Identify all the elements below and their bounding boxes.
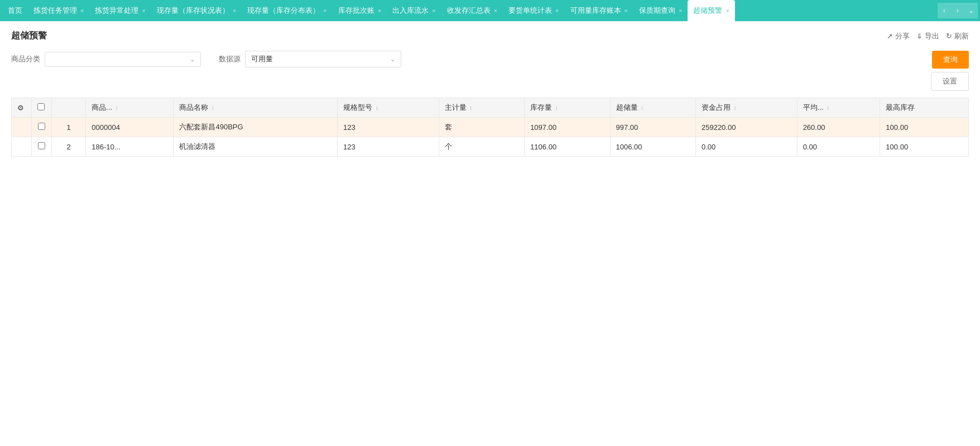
row-code: 186-10...	[86, 137, 174, 157]
row-max-stock: 100.00	[880, 118, 969, 137]
nav-home[interactable]: 首页	[2, 0, 28, 21]
nav-scroll-left[interactable]: ‹	[938, 3, 951, 18]
page-title: 超储预警	[11, 30, 47, 42]
row-avg: 0.00	[797, 137, 880, 157]
data-table: ⚙ 商品... ↕ 商品名称 ↕ 规格型号 ↕	[11, 98, 969, 157]
filter-fields: 商品分类 ⌄ 数据源 可用量 ⌄	[11, 51, 931, 67]
close-icon[interactable]: ×	[323, 7, 326, 14]
row-capital: 0.00	[695, 137, 797, 157]
gear-icon: ⚙	[17, 104, 24, 112]
close-icon[interactable]: ×	[378, 7, 381, 14]
nav-quality-query[interactable]: 保质期查询 ×	[633, 0, 688, 21]
nav-stock-dist[interactable]: 现存量（库存分布表） ×	[242, 0, 332, 21]
datasource-select-value: 可用量	[251, 54, 273, 64]
row-checkbox[interactable]	[38, 123, 45, 130]
filter-area: 商品分类 ⌄ 数据源 可用量 ⌄ 查询 设置	[11, 51, 969, 91]
category-select[interactable]: ⌄	[45, 52, 201, 67]
row-checkbox[interactable]	[38, 142, 45, 149]
nav-available-ledger[interactable]: 可用量库存账本 ×	[565, 0, 633, 21]
row-unit: 套	[439, 118, 524, 137]
close-icon[interactable]: ×	[80, 7, 84, 14]
nav-summary[interactable]: 收发存汇总表 ×	[441, 0, 503, 21]
nav-scroll-right[interactable]: ›	[951, 3, 964, 18]
close-icon[interactable]: ×	[679, 7, 682, 14]
th-max-stock[interactable]: 最高库存	[880, 98, 969, 118]
nav-batch-account[interactable]: 库存批次账 ×	[333, 0, 387, 21]
row-checkbox-cell[interactable]	[32, 118, 52, 137]
close-icon[interactable]: ×	[432, 7, 435, 14]
th-settings[interactable]: ⚙	[12, 98, 32, 118]
th-name[interactable]: 商品名称 ↕	[174, 98, 338, 118]
row-checkbox-cell[interactable]	[32, 137, 52, 157]
row-overstock: 997.00	[610, 118, 695, 137]
filter-buttons: 查询 设置	[931, 51, 969, 91]
row-overstock: 1006.00	[610, 137, 695, 157]
row-gear-cell	[12, 137, 32, 157]
row-unit: 个	[439, 137, 524, 157]
nav-overstock-warning[interactable]: 超储预警 ×	[688, 0, 734, 21]
th-code[interactable]: 商品... ↕	[86, 98, 174, 118]
export-icon: ⇓	[916, 32, 923, 40]
query-button[interactable]: 查询	[932, 51, 969, 69]
th-row-num	[52, 98, 86, 118]
datasource-filter: 数据源 可用量 ⌄	[219, 51, 401, 67]
close-icon[interactable]: ×	[555, 7, 559, 14]
th-unit[interactable]: 主计量 ↕	[439, 98, 524, 118]
nav-pick-exception[interactable]: 拣货异常处理 ×	[89, 0, 151, 21]
close-icon[interactable]: ×	[494, 7, 497, 14]
close-icon[interactable]: ×	[142, 7, 145, 14]
nav-scroll-arrows: ‹ › ⌄	[938, 3, 978, 18]
close-icon[interactable]: ×	[726, 7, 729, 14]
nav-requisition[interactable]: 要货单统计表 ×	[503, 0, 564, 21]
th-avg[interactable]: 平均... ↕	[797, 98, 880, 118]
nav-more[interactable]: ⌄	[964, 3, 978, 18]
row-index: 2	[52, 137, 86, 157]
category-label: 商品分类	[11, 54, 40, 64]
export-button[interactable]: ⇓ 导出	[916, 31, 939, 41]
share-button[interactable]: ➚ 分享	[887, 31, 910, 41]
sort-icon: ↕	[376, 105, 378, 111]
settings-button[interactable]: 设置	[931, 72, 969, 91]
refresh-icon: ↻	[946, 32, 952, 40]
row-avg: 260.00	[797, 118, 880, 137]
datasource-label: 数据源	[219, 54, 241, 64]
th-spec[interactable]: 规格型号 ↕	[338, 98, 439, 118]
sort-icon: ↕	[555, 105, 558, 111]
chevron-down-icon: ⌄	[390, 56, 395, 63]
th-stock[interactable]: 库存量 ↕	[525, 98, 610, 118]
row-code: 0000004	[86, 118, 174, 137]
table-row: 2 186-10... 机油滤清器 123 个 1106.00 1006.00 …	[12, 137, 969, 157]
row-spec: 123	[338, 137, 439, 157]
th-checkbox[interactable]	[32, 98, 52, 118]
page-header: 超储预警 ➚ 分享 ⇓ 导出 ↻ 刷新	[11, 30, 969, 42]
nav-pick-task[interactable]: 拣货任务管理 ×	[28, 0, 89, 21]
share-icon: ➚	[887, 32, 893, 40]
sort-icon: ↕	[116, 105, 118, 111]
row-spec: 123	[338, 118, 439, 137]
row-name: 六配套新昌490BPG	[174, 118, 338, 137]
th-capital[interactable]: 资金占用 ↕	[695, 98, 797, 118]
row-stock: 1106.00	[525, 137, 610, 157]
row-capital: 259220.00	[695, 118, 797, 137]
close-icon[interactable]: ×	[624, 7, 628, 14]
th-overstock[interactable]: 超储量 ↕	[610, 98, 695, 118]
category-filter: 商品分类 ⌄	[11, 52, 201, 67]
nav-flow[interactable]: 出入库流水 ×	[387, 0, 441, 21]
sort-icon: ↕	[641, 105, 643, 111]
sort-icon: ↕	[212, 105, 214, 111]
select-all-checkbox[interactable]	[37, 103, 45, 110]
row-gear-cell	[12, 118, 32, 137]
sort-icon: ↕	[827, 105, 829, 111]
close-icon[interactable]: ×	[233, 7, 236, 14]
sort-icon: ↕	[469, 105, 472, 111]
row-name: 机油滤清器	[174, 137, 338, 157]
page-content: 超储预警 ➚ 分享 ⇓ 导出 ↻ 刷新 商品分类 ⌄	[0, 21, 980, 446]
row-index: 1	[52, 118, 86, 137]
category-select-value	[51, 55, 53, 64]
page-actions: ➚ 分享 ⇓ 导出 ↻ 刷新	[887, 31, 969, 41]
datasource-select[interactable]: 可用量 ⌄	[245, 51, 401, 67]
nav-stock-status[interactable]: 现存量（库存状况表） ×	[151, 0, 242, 21]
refresh-button[interactable]: ↻ 刷新	[946, 31, 969, 41]
table-row: 1 0000004 六配套新昌490BPG 123 套 1097.00 997.…	[12, 118, 969, 137]
chevron-down-icon: ⌄	[190, 56, 195, 63]
